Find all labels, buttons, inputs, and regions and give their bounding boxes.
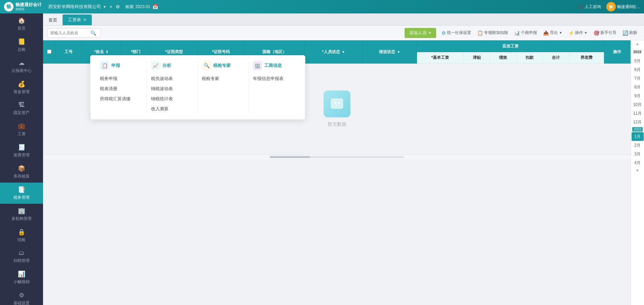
sidebar-item-tax[interactable]: 📑 税务管理 xyxy=(0,183,43,204)
sidebar-label-inventory: 库存核算 xyxy=(13,174,30,179)
horizontal-scrollbar[interactable] xyxy=(270,156,404,158)
sidebar-label-fixed-assets: 固定资产 xyxy=(13,110,30,116)
month-item-may[interactable]: 5月 xyxy=(632,56,644,65)
business-info-section-title: 工商信息 xyxy=(264,63,282,69)
month-item-oct[interactable]: 10月 xyxy=(632,100,644,109)
right-panel-down-arrow[interactable]: ▼ xyxy=(633,167,642,174)
dd-item-annual-report[interactable]: 年报信息申报表 xyxy=(253,74,296,84)
dd-item-tax-expert[interactable]: 税检专家 xyxy=(202,74,244,84)
tab-bar: 首页 工资表 ✕ xyxy=(43,13,644,26)
dd-section-analysis: 📈 分析 税负波动表 纳税波动表 纳税统计表 收入测算 xyxy=(147,61,198,114)
company-name: 西安虾米网络科技有限公司 xyxy=(48,4,101,10)
month-item-aug[interactable]: 8月 xyxy=(632,83,644,91)
svg-point-1 xyxy=(334,102,336,104)
search-input[interactable] xyxy=(50,31,90,35)
search-box[interactable]: 🔍 xyxy=(47,28,101,38)
company-settings-icon[interactable]: ⚙ xyxy=(116,4,120,9)
company-selector[interactable]: 西安虾米网络科技有限公司 ▼ ＋ ⚙ xyxy=(48,3,120,10)
new-guide-btn[interactable]: 🎯 新手引导 xyxy=(591,28,619,38)
individual-tax-btn[interactable]: 📊 个税申报 xyxy=(512,28,540,38)
close-period-icon: 🔒 xyxy=(18,228,25,236)
th-operation: 操作 xyxy=(604,41,631,64)
th-pension: 养老费 xyxy=(569,52,604,64)
sidebar-item-fund[interactable]: 💰 资金管理 xyxy=(0,77,43,98)
salary-icon: 💼 xyxy=(18,122,25,130)
add-person-label: 添加人员 xyxy=(409,30,427,36)
headset-icon: 🎧 xyxy=(578,4,583,9)
month-item-dec[interactable]: 12月 xyxy=(632,118,644,126)
user-area[interactable]: 畅 畅捷通B组… xyxy=(606,2,640,11)
checkbox-all[interactable] xyxy=(47,49,51,54)
status-filter-icon[interactable]: ▼ xyxy=(342,50,345,54)
special-deduction-btn[interactable]: 📋 专项附加扣除 xyxy=(475,28,511,38)
dd-item-tax-form[interactable]: 税表清册 xyxy=(100,84,143,94)
add-person-dropdown-icon: ▼ xyxy=(428,31,431,35)
th-status: *人员状态 ▼ xyxy=(305,41,362,64)
sidebar-item-multi-org[interactable]: 🏢 多机构管理 xyxy=(0,204,43,225)
company-dropdown-arrow[interactable]: ▼ xyxy=(103,5,106,9)
month-item-feb[interactable]: 2月 xyxy=(632,141,644,150)
dd-item-tax-stats[interactable]: 纳税统计表 xyxy=(151,94,194,104)
month-item-mar[interactable]: 3月 xyxy=(632,150,644,158)
month-item-sep[interactable]: 9月 xyxy=(632,91,644,100)
dd-item-income-tax[interactable]: 所得税汇算清缴 xyxy=(100,94,143,104)
dd-section-declare: 📋 申报 税务申报 税表清册 所得税汇算清缴 xyxy=(96,61,147,114)
dd-item-tax-payment[interactable]: 纳税波动表 xyxy=(151,84,194,94)
sidebar-item-cloud-report[interactable]: ☁ 云报表中心 xyxy=(0,56,43,77)
scrollbar-thumb[interactable] xyxy=(270,156,310,158)
month-item-jan[interactable]: 1月 xyxy=(632,132,644,141)
month-item-apr[interactable]: 4月 xyxy=(632,158,644,167)
sidebar-item-close[interactable]: 🔒 结账 xyxy=(0,225,43,246)
sidebar-item-home[interactable]: 🏠 首页 xyxy=(0,13,43,35)
dd-section-business-info-header: 🏢 工商信息 xyxy=(253,61,296,70)
service-label: 人工咨询 xyxy=(585,4,601,10)
unified-social-btn[interactable]: ⚙ 统一社保设置 xyxy=(439,28,474,38)
right-panel: ▲ 2022 5月 6月 7月 8月 9月 10月 11月 12月 2023 1… xyxy=(631,40,644,305)
sidebar-item-ledger[interactable]: 📒 总账 xyxy=(0,35,43,56)
operation-arrow: ▼ xyxy=(584,31,588,35)
analysis-section-icon: 📈 xyxy=(151,61,160,70)
app-logo: 畅 畅捷通好会计 旗舰版 xyxy=(4,2,44,12)
tab-salary[interactable]: 工资表 ✕ xyxy=(63,14,92,25)
right-panel-up-arrow[interactable]: ▲ xyxy=(633,40,642,47)
month-item-jul[interactable]: 7月 xyxy=(632,74,644,83)
sidebar-item-inventory[interactable]: 📦 库存核算 xyxy=(0,161,43,183)
name-sort-icon[interactable]: ⬆ xyxy=(106,50,108,54)
sidebar-item-report[interactable]: 📊 小畅报销 xyxy=(0,267,43,288)
month-item-jun[interactable]: 6月 xyxy=(632,65,644,74)
add-person-button[interactable]: 添加人员 ▼ xyxy=(405,28,436,38)
tab-home[interactable]: 首页 xyxy=(43,15,63,25)
th-report-status: 报送状态 ▼ xyxy=(363,41,417,64)
operation-label: 操作 xyxy=(575,30,583,36)
tab-close-icon[interactable]: ✕ xyxy=(83,17,86,22)
dd-item-income-calc[interactable]: 收入测算 xyxy=(151,104,194,114)
fund-icon: 💰 xyxy=(18,80,25,88)
sidebar-item-archive[interactable]: 🗂 归档管理 xyxy=(0,246,43,267)
empty-icon xyxy=(324,90,350,117)
home-icon: 🏠 xyxy=(18,17,25,24)
user-label: 畅捷通B组… xyxy=(617,4,640,10)
sidebar-item-fixed-assets[interactable]: 🏗 固定资产 xyxy=(0,98,43,119)
th-salary-group: 应发工资 xyxy=(417,41,604,52)
th-base-salary: *基本工资 xyxy=(417,52,463,64)
sidebar-item-invoice[interactable]: 🧾 发票管理 xyxy=(0,140,43,161)
select-all-checkbox[interactable] xyxy=(43,41,55,64)
month-item-nov[interactable]: 11月 xyxy=(632,109,644,118)
operation-btn[interactable]: ⚡ 操作 ▼ xyxy=(566,28,590,38)
special-deduction-label: 专项附加扣除 xyxy=(484,30,508,36)
logo-icon: 畅 xyxy=(4,2,13,11)
export-btn[interactable]: 📤 导出 ▼ xyxy=(540,28,565,38)
svg-rect-0 xyxy=(331,99,343,108)
dd-item-tax-declare[interactable]: 税务申报 xyxy=(100,74,143,84)
dd-section-analysis-header: 📈 分析 xyxy=(151,61,194,70)
refresh-btn[interactable]: 🔄 刷新 xyxy=(620,28,640,38)
service-button[interactable]: 🎧 人工咨询 xyxy=(578,4,601,10)
sidebar-item-salary[interactable]: 💼 工资 xyxy=(0,119,43,140)
report-status-filter-icon[interactable]: ▼ xyxy=(397,50,400,54)
calendar-icon[interactable]: 📅 xyxy=(152,4,158,9)
add-company-icon[interactable]: ＋ xyxy=(108,3,114,10)
dd-item-tax-burden[interactable]: 税负波动表 xyxy=(151,74,194,84)
dropdown-menu: 📋 申报 税务申报 税表清册 所得税汇算清缴 📈 分析 税负波动表 xyxy=(90,55,305,120)
new-guide-icon: 🎯 xyxy=(594,30,599,36)
sidebar-item-basic-settings[interactable]: ⚙ 基础设置 xyxy=(0,288,43,305)
